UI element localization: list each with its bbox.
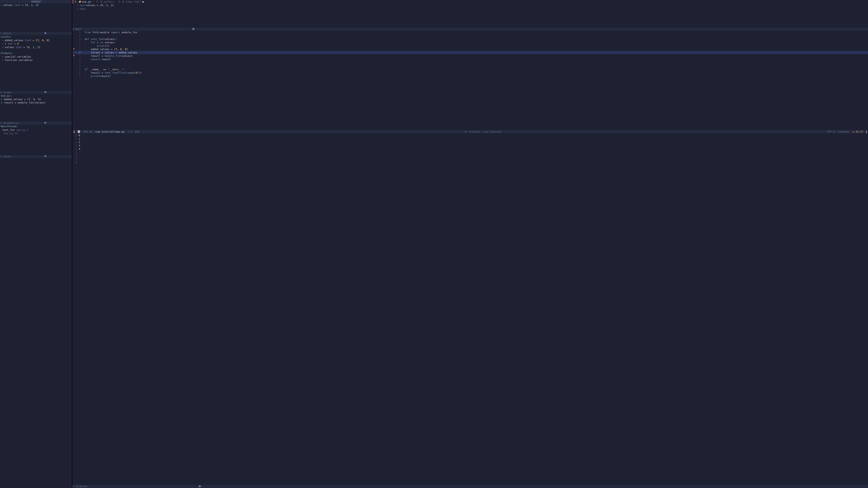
code-line[interactable]: 6from fold.module import module_fun xyxy=(73,31,868,34)
terminal-line: 11 xyxy=(73,137,868,140)
code-line[interactable]: 3 xyxy=(73,61,868,64)
debug-title: *DEBUG* xyxy=(30,0,41,3)
debug-body[interactable]: ▸ values list = [0, 1, 2] xyxy=(0,3,72,31)
line-number: 1 xyxy=(77,47,82,51)
gutter-number: 1 xyxy=(73,134,79,137)
terminal-title: Terminal xyxy=(75,485,88,488)
breakpoint-gutter[interactable]: ● xyxy=(73,47,75,50)
repl-body[interactable]: 1dap> values = [0, 1, 2]0dap> xyxy=(73,4,868,10)
debug-variable-row[interactable]: ▸ values list = [0, 1, 2] xyxy=(1,3,71,7)
code-line[interactable]: 2│ │ print(i) xyxy=(73,44,868,47)
editor-pane: Repl ❺ 6from fold.module import module_f… xyxy=(73,27,868,130)
watch-title-bar: Watch ❶ xyxy=(0,32,72,35)
scope-line[interactable]: 8 result = module_fun(values) xyxy=(1,101,71,104)
code-line[interactable]: 3│ for i in values: xyxy=(73,41,868,44)
code-line[interactable]: 5if __name__ == "__main__": xyxy=(73,68,868,71)
local-variable-row[interactable]: ▸ i int = 4 xyxy=(1,42,71,45)
line-number: 8 xyxy=(1,101,2,104)
scope-title: Scope xyxy=(3,91,11,94)
code-text: │ added_values = [7, 8, 9] xyxy=(83,47,868,51)
globals-header: Globals: xyxy=(1,52,71,55)
modified-icon: ● xyxy=(142,0,144,4)
expand-icon[interactable]: ▸ xyxy=(1,58,3,62)
line-number: 6 xyxy=(1,98,2,101)
expand-icon[interactable]: ▸ xyxy=(1,42,3,45)
scope-line[interactable]: 6 added_values = [7, 8, 9] xyxy=(1,98,71,101)
terminal-output-pane[interactable]: 10112233445678 xyxy=(73,134,868,485)
expand-icon[interactable]: ▸ xyxy=(1,45,3,49)
stack-frame-row[interactable]: test_fun exp.py:7 xyxy=(1,128,71,132)
tab-index: 3. xyxy=(118,0,121,4)
terminal-text: 3 xyxy=(79,144,80,147)
mode-indicator-right xyxy=(866,131,867,133)
app-root: *DEBUG* ▸ values list = [0, 1, 2] Watch … xyxy=(0,0,868,488)
line-number: 7 xyxy=(77,74,82,78)
code-line[interactable]: 2│ return result xyxy=(73,58,868,61)
watch-body[interactable]: Locals: ▸ added_values list = [7, 8, 9] … xyxy=(0,35,72,91)
global-variable-row[interactable]: ▸ special variables xyxy=(1,55,71,59)
expand-icon[interactable]: ▸ xyxy=(1,39,3,42)
breakpoint-title-bar: BreakPoint ❸ xyxy=(0,121,72,125)
breakpoint-body[interactable]: MainThread: test_fun exp.py:7 exp.py:13 xyxy=(0,125,72,155)
close-icon[interactable]: ✕ xyxy=(92,0,93,3)
debug-sidebar: *DEBUG* ▸ values list = [0, 1, 2] Watch … xyxy=(0,0,72,488)
scope-body[interactable]: exp.py: 6 added_values = [7, 8, 9]8 resu… xyxy=(0,94,72,121)
terminal-body[interactable]: 10112233445678 xyxy=(73,134,868,485)
code-line[interactable]: ●1│ added_values = [7, 8, 9] xyxy=(73,47,868,51)
var-name: special variables xyxy=(5,55,31,59)
terminal-line: 44 xyxy=(73,147,868,151)
tab-python[interactable]: 2.🗎python✕ xyxy=(96,0,115,4)
tab-index: 1. xyxy=(74,0,78,4)
code-line[interactable]: ●1│ result = module_fun(values) xyxy=(73,54,868,58)
gutter-number: 5 xyxy=(73,151,79,154)
code-text: def test_fun(values): xyxy=(83,37,868,41)
clock: ◷ 01:57 xyxy=(852,130,863,134)
badge-icon: ❻ xyxy=(198,485,201,488)
debug-title-bar: *DEBUG* xyxy=(0,0,72,3)
branch-icon: ⎇ xyxy=(838,130,840,133)
pane-accent xyxy=(73,28,73,30)
tab-label: exp.py xyxy=(82,0,91,4)
frame-location: exp.py:7 xyxy=(16,128,29,131)
gutter-number: 7 xyxy=(73,157,79,161)
close-icon[interactable]: ✕ xyxy=(114,0,116,3)
main-area: 1.⬢exp.py✕2.🗎python✕3.🗎[dap-repl]● 1dap>… xyxy=(73,0,868,488)
stack-frame-row[interactable]: exp.py:13 xyxy=(1,132,71,135)
terminal-text: 2 xyxy=(79,140,80,144)
dap-repl-pane[interactable]: 1dap> values = [0, 1, 2]0dap> xyxy=(73,4,868,27)
code-line[interactable]: 7│ print(result) xyxy=(73,74,868,78)
tab-daprepl[interactable]: 3.🗎[dap-repl]● xyxy=(118,0,144,4)
var-name: added_values xyxy=(5,39,23,42)
scope-lines: 6 added_values = [7, 8, 9]8 result = mod… xyxy=(1,98,71,104)
global-variable-row[interactable]: ▸ function variables xyxy=(1,58,71,62)
code-line[interactable]: 5 xyxy=(73,34,868,37)
repl-line[interactable]: 1dap> values = [0, 1, 2] xyxy=(76,4,868,7)
editor-body[interactable]: 6from fold.module import module_fun54def… xyxy=(73,31,868,130)
code-line[interactable]: 4def test_fun(values): xyxy=(73,37,868,41)
local-variable-row[interactable]: ▸ values list = [0, 1, 2] xyxy=(1,45,71,49)
scope-file: exp.py: xyxy=(1,94,71,98)
editor-header: Repl ❺ xyxy=(73,27,868,31)
code-line[interactable]: ▸7│ values = values + added_values xyxy=(73,51,868,54)
gear-icon: ⚙ xyxy=(465,130,466,134)
local-variable-row[interactable]: ▸ added_values list = [7, 8, 9] xyxy=(1,39,71,42)
code-line[interactable]: 6│ result = test_fun(list(range(5))) xyxy=(73,71,868,74)
equals: = xyxy=(22,3,23,7)
terminal-line: 6 xyxy=(73,154,868,157)
file-icon: 🗎 xyxy=(100,0,103,4)
gutter-number: 1 xyxy=(76,4,80,7)
code-text: │ return result xyxy=(83,58,868,61)
tab-exppy[interactable]: 1.⬢exp.py✕ xyxy=(74,0,93,4)
repl-line[interactable]: 0dap> xyxy=(76,7,868,11)
code-text: │ result = test_fun(list(range(5))) xyxy=(83,71,868,75)
stack-title: Stack xyxy=(3,155,11,158)
globals-list: ▸ special variables ▸ function variables xyxy=(1,55,71,62)
python-icon: ⬢ xyxy=(79,0,81,4)
expand-icon[interactable]: ▸ xyxy=(1,55,3,59)
pane-accent xyxy=(73,485,73,488)
var-name: function variables xyxy=(5,58,33,62)
tab-bar: 1.⬢exp.py✕2.🗎python✕3.🗎[dap-repl]● xyxy=(73,0,868,4)
breakpoint-gutter[interactable]: ● xyxy=(73,54,75,57)
expand-icon[interactable]: ▸ xyxy=(1,3,3,7)
code-line[interactable]: 4 xyxy=(73,64,868,68)
